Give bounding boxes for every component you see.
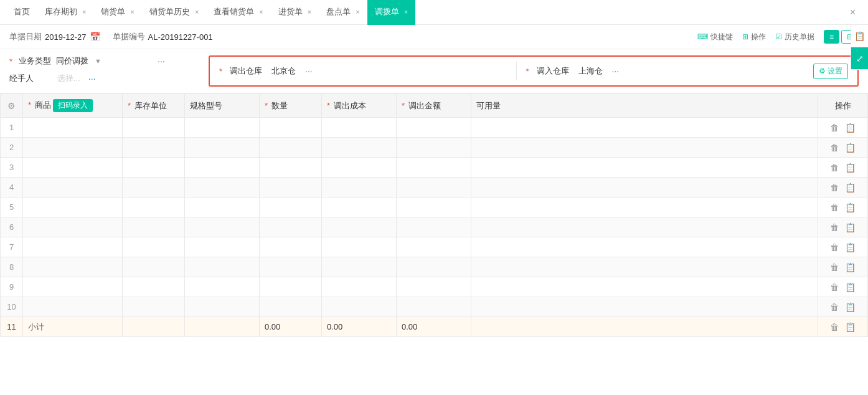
tab-sales-history[interactable]: 销货单历史 × bbox=[142, 0, 206, 25]
amount-cell[interactable] bbox=[397, 138, 471, 158]
spec-cell[interactable] bbox=[185, 217, 260, 237]
cost-cell[interactable] bbox=[322, 118, 397, 138]
operation-button[interactable]: ⊞ 操作 bbox=[742, 32, 766, 42]
spec-cell[interactable] bbox=[185, 198, 260, 217]
row-delete-btn[interactable]: 🗑 bbox=[830, 143, 839, 153]
unit-cell[interactable] bbox=[123, 178, 185, 198]
calendar-icon[interactable]: 📅 bbox=[90, 32, 100, 42]
sidebar-expand[interactable]: ⤢ bbox=[851, 47, 868, 70]
product-cell[interactable] bbox=[23, 118, 123, 138]
tab-view-sales[interactable]: 查看销货单 × bbox=[206, 0, 270, 25]
amount-cell[interactable] bbox=[397, 118, 471, 138]
spec-cell[interactable] bbox=[185, 297, 260, 317]
tab-close-transfer-order[interactable]: × bbox=[404, 8, 408, 16]
row-delete-btn[interactable]: 🗑 bbox=[830, 282, 839, 292]
product-cell[interactable] bbox=[23, 158, 123, 178]
tab-purchase-order[interactable]: 进货单 × bbox=[271, 0, 319, 25]
unit-cell[interactable] bbox=[123, 198, 185, 217]
unit-cell[interactable] bbox=[123, 158, 185, 178]
row-copy-btn[interactable]: 📋 bbox=[845, 123, 856, 133]
warehouse-setting-btn[interactable]: ⚙ 设置 bbox=[813, 64, 848, 79]
quantity-cell[interactable] bbox=[260, 178, 322, 198]
biz-type-more-btn[interactable]: ··· bbox=[154, 56, 168, 66]
tab-close-sales-history[interactable]: × bbox=[195, 8, 199, 16]
product-cell[interactable] bbox=[23, 217, 123, 237]
quantity-cell[interactable] bbox=[260, 158, 322, 178]
quantity-cell[interactable] bbox=[260, 217, 322, 237]
row-delete-btn[interactable]: 🗑 bbox=[830, 183, 839, 193]
product-cell[interactable] bbox=[23, 277, 123, 297]
spec-cell[interactable] bbox=[185, 158, 260, 178]
product-cell[interactable] bbox=[23, 297, 123, 317]
unit-cell[interactable] bbox=[123, 277, 185, 297]
row-copy-btn[interactable]: 📋 bbox=[845, 262, 856, 272]
row-copy-btn[interactable]: 📋 bbox=[845, 163, 856, 173]
row-delete-btn[interactable]: 🗑 bbox=[830, 302, 839, 312]
quantity-cell[interactable] bbox=[260, 118, 322, 138]
scan-btn[interactable]: 扫码录入 bbox=[53, 99, 93, 112]
tab-home[interactable]: 首页 bbox=[6, 0, 37, 25]
handler-placeholder[interactable]: 选择... bbox=[57, 73, 80, 84]
tab-transfer-order[interactable]: 调拨单 × bbox=[367, 0, 415, 25]
sidebar-list-view[interactable]: 📋 bbox=[851, 25, 868, 47]
cost-cell[interactable] bbox=[322, 198, 397, 217]
tab-inventory-init[interactable]: 库存期初 × bbox=[37, 0, 93, 25]
amount-cell[interactable] bbox=[397, 178, 471, 198]
cost-cell[interactable] bbox=[322, 257, 397, 277]
unit-cell[interactable] bbox=[123, 297, 185, 317]
window-close-button[interactable]: × bbox=[844, 7, 862, 18]
quantity-cell[interactable] bbox=[260, 257, 322, 277]
biz-type-select[interactable]: 同价调拨 ▼ bbox=[56, 55, 149, 67]
history-button[interactable]: ☑ 历史单据 bbox=[775, 32, 814, 42]
biz-type-dropdown-arrow[interactable]: ▼ bbox=[95, 57, 101, 65]
tab-close-inventory-check[interactable]: × bbox=[356, 8, 359, 16]
amount-cell[interactable] bbox=[397, 237, 471, 257]
shortcut-button[interactable]: ⌨ 快捷键 bbox=[697, 32, 733, 42]
quantity-cell[interactable] bbox=[260, 138, 322, 158]
column-settings-icon[interactable]: ⚙ bbox=[7, 101, 16, 111]
tab-close-view-sales[interactable]: × bbox=[259, 8, 263, 16]
out-warehouse-more-btn[interactable]: ··· bbox=[302, 66, 316, 76]
amount-cell[interactable] bbox=[397, 297, 471, 317]
row-delete-btn[interactable]: 🗑 bbox=[830, 163, 839, 173]
row-copy-btn[interactable]: 📋 bbox=[845, 242, 856, 252]
spec-cell[interactable] bbox=[185, 138, 260, 158]
cost-cell[interactable] bbox=[322, 158, 397, 178]
unit-cell[interactable] bbox=[123, 217, 185, 237]
amount-cell[interactable] bbox=[397, 198, 471, 217]
tab-close-inventory-init[interactable]: × bbox=[82, 8, 86, 16]
row-copy-btn[interactable]: 📋 bbox=[845, 302, 856, 312]
row-copy-btn[interactable]: 📋 bbox=[845, 282, 856, 292]
cost-cell[interactable] bbox=[322, 277, 397, 297]
cost-cell[interactable] bbox=[322, 138, 397, 158]
tab-inventory-check[interactable]: 盘点单 × bbox=[319, 0, 367, 25]
product-cell[interactable] bbox=[23, 237, 123, 257]
spec-cell[interactable] bbox=[185, 257, 260, 277]
row-copy-btn[interactable]: 📋 bbox=[845, 222, 856, 232]
cost-cell[interactable] bbox=[322, 217, 397, 237]
quantity-cell[interactable] bbox=[260, 198, 322, 217]
cost-cell[interactable] bbox=[322, 237, 397, 257]
tab-close-purchase-order[interactable]: × bbox=[308, 8, 311, 16]
quantity-cell[interactable] bbox=[260, 237, 322, 257]
row-delete-btn[interactable]: 🗑 bbox=[830, 202, 839, 212]
row-copy-btn[interactable]: 📋 bbox=[845, 143, 856, 153]
unit-cell[interactable] bbox=[123, 118, 185, 138]
row-copy-btn[interactable]: 📋 bbox=[845, 322, 856, 332]
spec-cell[interactable] bbox=[185, 178, 260, 198]
unit-cell[interactable] bbox=[123, 138, 185, 158]
row-delete-btn[interactable]: 🗑 bbox=[830, 262, 839, 272]
spec-cell[interactable] bbox=[185, 237, 260, 257]
amount-cell[interactable] bbox=[397, 217, 471, 237]
layout-btn-1[interactable]: ≡ bbox=[824, 30, 839, 44]
amount-cell[interactable] bbox=[397, 257, 471, 277]
row-delete-btn[interactable]: 🗑 bbox=[830, 123, 839, 133]
spec-cell[interactable] bbox=[185, 277, 260, 297]
product-cell[interactable] bbox=[23, 138, 123, 158]
cost-cell[interactable] bbox=[322, 178, 397, 198]
row-copy-btn[interactable]: 📋 bbox=[845, 183, 856, 193]
amount-cell[interactable] bbox=[397, 277, 471, 297]
product-cell[interactable] bbox=[23, 257, 123, 277]
quantity-cell[interactable] bbox=[260, 297, 322, 317]
unit-cell[interactable] bbox=[123, 237, 185, 257]
